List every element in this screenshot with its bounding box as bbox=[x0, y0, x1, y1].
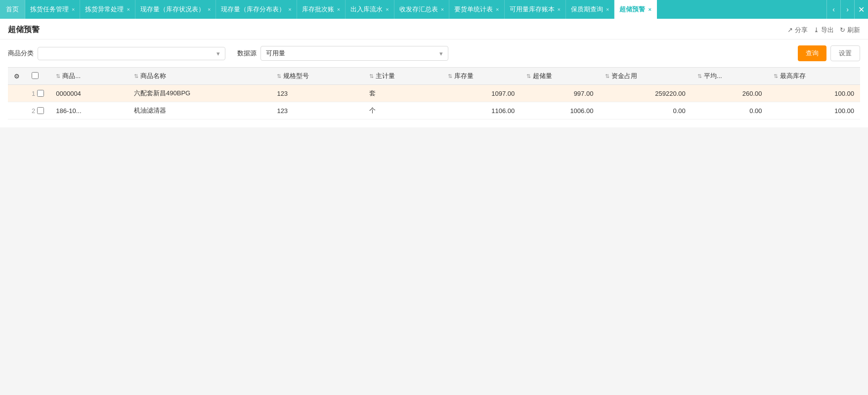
row-stock: 1097.00 bbox=[442, 85, 521, 102]
col-label-over: 超储量 bbox=[533, 72, 552, 79]
nav-tab-close-icon[interactable]: × bbox=[386, 6, 389, 12]
data-source-value: 可用量 bbox=[266, 49, 285, 58]
nav-tab-label: 拣货异常处理 bbox=[85, 5, 124, 14]
col-label-name: 商品名称 bbox=[140, 72, 166, 79]
col-label-max-stock: 最高库存 bbox=[780, 72, 806, 79]
col-label-stock: 库存量 bbox=[454, 72, 474, 79]
row-spec: 123 bbox=[271, 102, 363, 119]
nav-close-all-button[interactable]: ✕ bbox=[854, 0, 868, 19]
gear-icon[interactable]: ⚙ bbox=[14, 73, 20, 80]
nav-next-arrow[interactable]: › bbox=[840, 0, 854, 19]
col-header-over[interactable]: ⇅超储量 bbox=[521, 68, 599, 85]
commodity-category-value bbox=[43, 50, 45, 57]
row-over: 1006.00 bbox=[521, 102, 599, 119]
data-source-select[interactable]: 可用量 ▾ bbox=[260, 46, 448, 61]
col-header-max-stock[interactable]: ⇅最高库存 bbox=[768, 68, 860, 85]
page-header: 超储预警 ↗ 分享 ⤓ 导出 ↻ 刷新 bbox=[0, 19, 868, 40]
nav-tab-label: 超储预警 bbox=[619, 5, 645, 14]
nav-tab-close-icon[interactable]: × bbox=[496, 6, 499, 12]
nav-tab[interactable]: 保质期查询× bbox=[566, 0, 614, 19]
nav-tab-label: 库存批次账 bbox=[302, 5, 334, 14]
select-all-checkbox[interactable] bbox=[32, 72, 39, 79]
row-max-stock: 100.00 bbox=[768, 102, 860, 119]
row-checkbox[interactable] bbox=[37, 90, 44, 97]
data-table: ⚙ ⇅商品... ⇅商品名称 ⇅规格型号 ⇅主计量 bbox=[8, 67, 860, 119]
nav-tab-label: 现存量（库存状况表） bbox=[140, 5, 205, 14]
row-code: 186-10... bbox=[50, 102, 128, 119]
row-settings-cell bbox=[8, 102, 26, 119]
nav-tab-close-icon[interactable]: × bbox=[558, 6, 561, 12]
col-header-spec[interactable]: ⇅规格型号 bbox=[271, 68, 363, 85]
nav-tab[interactable]: 现存量（库存状况表）× bbox=[135, 0, 216, 19]
row-capital: 259220.00 bbox=[599, 85, 691, 102]
main-content: 超储预警 ↗ 分享 ⤓ 导出 ↻ 刷新 商品分类 ▾ 数据源 bbox=[0, 19, 868, 127]
nav-tab[interactable]: 要货单统计表× bbox=[449, 0, 504, 19]
row-name: 机油滤清器 bbox=[128, 102, 271, 119]
table-row: 1 0000004 六配套新昌490BPG 123 套 1097.00 997.… bbox=[8, 85, 860, 102]
nav-tab-label: 要货单统计表 bbox=[454, 5, 493, 14]
row-avg: 260.00 bbox=[692, 85, 768, 102]
share-button[interactable]: ↗ 分享 bbox=[787, 26, 808, 35]
row-checkbox[interactable] bbox=[37, 107, 44, 114]
nav-tab-label: 出入库流水 bbox=[350, 5, 383, 14]
row-num-cell: 2 bbox=[26, 102, 50, 119]
table-header-row: ⚙ ⇅商品... ⇅商品名称 ⇅规格型号 ⇅主计量 bbox=[8, 68, 860, 85]
nav-tab-close-icon[interactable]: × bbox=[288, 6, 291, 12]
nav-tab[interactable]: 收发存汇总表× bbox=[394, 0, 449, 19]
col-header-code[interactable]: ⇅商品... bbox=[50, 68, 128, 85]
row-number: 1 bbox=[32, 90, 35, 97]
col-label-spec: 规格型号 bbox=[283, 72, 309, 79]
col-header-unit[interactable]: ⇅主计量 bbox=[363, 68, 442, 85]
col-header-stock[interactable]: ⇅库存量 bbox=[442, 68, 521, 85]
nav-tab-label: 保质期查询 bbox=[571, 5, 603, 14]
export-icon: ⤓ bbox=[814, 26, 819, 34]
settings-button[interactable]: 设置 bbox=[830, 45, 860, 61]
nav-tab-close-icon[interactable]: × bbox=[441, 6, 444, 12]
row-capital: 0.00 bbox=[599, 102, 691, 119]
commodity-category-select[interactable]: ▾ bbox=[38, 47, 225, 60]
nav-home[interactable]: 首页 bbox=[0, 0, 25, 19]
top-navigation: 首页 拣货任务管理×拣货异常处理×现存量（库存状况表）×现存量（库存分布表）×库… bbox=[0, 0, 868, 19]
share-icon: ↗ bbox=[787, 26, 793, 34]
row-unit: 个 bbox=[363, 102, 442, 119]
nav-tab-label: 可用量库存账本 bbox=[510, 5, 555, 14]
nav-tab-close-icon[interactable]: × bbox=[606, 6, 609, 12]
share-label: 分享 bbox=[795, 26, 808, 35]
nav-tab[interactable]: 现存量（库存分布表）× bbox=[216, 0, 297, 19]
row-code: 0000004 bbox=[50, 85, 128, 102]
row-number: 2 bbox=[32, 107, 35, 115]
col-header-capital[interactable]: ⇅资金占用 bbox=[599, 68, 691, 85]
nav-tab-close-icon[interactable]: × bbox=[208, 6, 211, 12]
col-header-settings: ⚙ bbox=[8, 68, 26, 85]
query-button[interactable]: 查询 bbox=[798, 45, 826, 61]
export-label: 导出 bbox=[821, 26, 834, 35]
nav-tab[interactable]: 拣货任务管理× bbox=[25, 0, 80, 19]
nav-tab[interactable]: 可用量库存账本× bbox=[505, 0, 566, 19]
nav-arrows: ‹ › ✕ bbox=[826, 0, 868, 19]
col-label-avg: 平均... bbox=[704, 72, 722, 79]
data-source-arrow-icon: ▾ bbox=[439, 50, 443, 57]
row-max-stock: 100.00 bbox=[768, 85, 860, 102]
nav-prev-arrow[interactable]: ‹ bbox=[826, 0, 840, 19]
nav-tab[interactable]: 库存批次账× bbox=[297, 0, 346, 19]
nav-tab-close-icon[interactable]: × bbox=[127, 6, 130, 12]
col-header-checkbox[interactable] bbox=[26, 68, 50, 85]
refresh-label: 刷新 bbox=[847, 26, 860, 35]
nav-tab[interactable]: 超储预警× bbox=[614, 0, 656, 19]
filter-area: 商品分类 ▾ 数据源 可用量 ▾ 查询 设置 bbox=[0, 40, 868, 67]
table-row: 2 186-10... 机油滤清器 123 个 1106.00 1006.00 … bbox=[8, 102, 860, 119]
nav-tab-close-icon[interactable]: × bbox=[72, 6, 75, 12]
nav-tab-label: 现存量（库存分布表） bbox=[221, 5, 285, 14]
row-spec: 123 bbox=[271, 85, 363, 102]
nav-tab-close-icon[interactable]: × bbox=[337, 6, 340, 12]
col-header-name[interactable]: ⇅商品名称 bbox=[128, 68, 271, 85]
refresh-button[interactable]: ↻ 刷新 bbox=[840, 26, 860, 35]
col-header-avg[interactable]: ⇅平均... bbox=[692, 68, 768, 85]
nav-tab[interactable]: 出入库流水× bbox=[346, 0, 394, 19]
nav-tab-close-icon[interactable]: × bbox=[648, 6, 651, 12]
export-button[interactable]: ⤓ 导出 bbox=[814, 26, 834, 35]
nav-tab[interactable]: 拣货异常处理× bbox=[80, 0, 135, 19]
commodity-category-label: 商品分类 bbox=[8, 49, 34, 58]
row-unit: 套 bbox=[363, 85, 442, 102]
data-source-filter: 数据源 可用量 ▾ bbox=[237, 46, 448, 61]
